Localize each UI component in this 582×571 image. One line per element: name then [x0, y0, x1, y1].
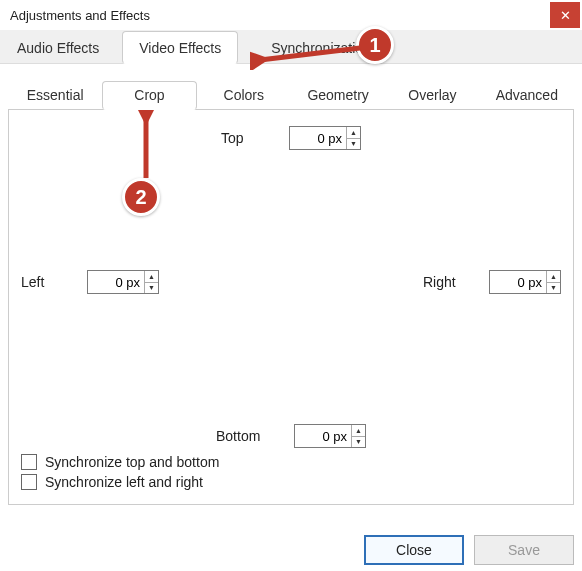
- subtab-overlay[interactable]: Overlay: [385, 81, 479, 110]
- subtab-geometry[interactable]: Geometry: [291, 81, 385, 110]
- subtab-crop[interactable]: Crop: [102, 81, 196, 110]
- crop-panel: Top ▲ ▼ Left ▲ ▼: [8, 110, 574, 505]
- left-spin-buttons[interactable]: ▲ ▼: [144, 271, 158, 293]
- right-spinbox[interactable]: ▲ ▼: [489, 270, 561, 294]
- right-spin-buttons[interactable]: ▲ ▼: [546, 271, 560, 293]
- tab-audio-effects[interactable]: Audio Effects: [0, 31, 116, 64]
- bottom-input[interactable]: [295, 425, 351, 447]
- top-spin-buttons[interactable]: ▲ ▼: [346, 127, 360, 149]
- annotation-badge-1: 1: [356, 26, 394, 64]
- right-input[interactable]: [490, 271, 546, 293]
- annotation-badge-2: 2: [122, 178, 160, 216]
- dialog-footer: Close Save: [364, 535, 574, 565]
- chevron-down-icon[interactable]: ▼: [352, 437, 365, 448]
- sub-tab-bar: Essential Crop Colors Geometry Overlay A…: [8, 80, 574, 110]
- right-label: Right: [423, 274, 473, 290]
- chevron-up-icon[interactable]: ▲: [347, 127, 360, 139]
- left-label: Left: [21, 274, 71, 290]
- top-label: Top: [221, 130, 271, 146]
- sync-left-right-label: Synchronize left and right: [45, 474, 203, 490]
- subtab-colors[interactable]: Colors: [197, 81, 291, 110]
- sync-left-right-checkbox[interactable]: [21, 474, 37, 490]
- close-icon: ✕: [560, 8, 571, 23]
- subtab-advanced[interactable]: Advanced: [480, 81, 574, 110]
- top-spinbox[interactable]: ▲ ▼: [289, 126, 361, 150]
- left-input[interactable]: [88, 271, 144, 293]
- sync-top-bottom-checkbox[interactable]: [21, 454, 37, 470]
- save-button[interactable]: Save: [474, 535, 574, 565]
- left-spinbox[interactable]: ▲ ▼: [87, 270, 159, 294]
- chevron-up-icon[interactable]: ▲: [352, 425, 365, 437]
- titlebar: Adjustments and Effects ✕: [0, 0, 582, 30]
- top-input[interactable]: [290, 127, 346, 149]
- chevron-up-icon[interactable]: ▲: [547, 271, 560, 283]
- chevron-down-icon[interactable]: ▼: [347, 139, 360, 150]
- window-title: Adjustments and Effects: [10, 8, 150, 23]
- main-tab-bar: Audio Effects Video Effects Synchronizat…: [0, 30, 582, 64]
- chevron-down-icon[interactable]: ▼: [145, 283, 158, 294]
- bottom-label: Bottom: [216, 428, 276, 444]
- bottom-spin-buttons[interactable]: ▲ ▼: [351, 425, 365, 447]
- chevron-down-icon[interactable]: ▼: [547, 283, 560, 294]
- tab-video-effects[interactable]: Video Effects: [122, 31, 238, 64]
- sync-top-bottom-label: Synchronize top and bottom: [45, 454, 219, 470]
- subtab-essential[interactable]: Essential: [8, 81, 102, 110]
- close-button[interactable]: Close: [364, 535, 464, 565]
- chevron-up-icon[interactable]: ▲: [145, 271, 158, 283]
- bottom-spinbox[interactable]: ▲ ▼: [294, 424, 366, 448]
- window-close-button[interactable]: ✕: [550, 2, 580, 28]
